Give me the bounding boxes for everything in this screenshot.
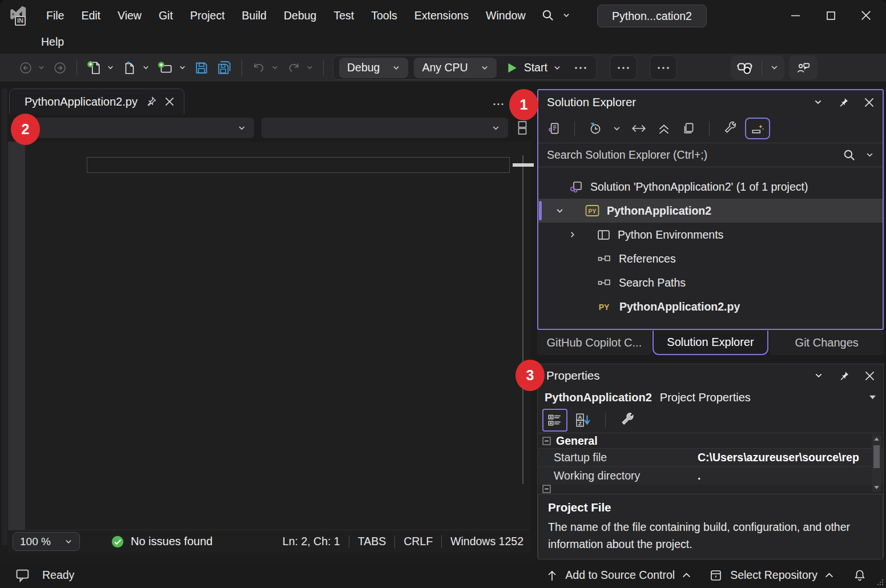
add-to-source-control-button[interactable]: Add to Source Control — [546, 569, 691, 582]
select-repository-button[interactable]: Select Repository — [709, 569, 833, 582]
tree-item-references[interactable]: References — [538, 247, 883, 271]
show-all-files-icon[interactable] — [679, 119, 698, 138]
tab-git-changes[interactable]: Git Changes — [770, 331, 884, 355]
menu-git[interactable]: Git — [150, 9, 182, 22]
zoom-dropdown[interactable]: 100 % — [13, 532, 80, 551]
pin-icon[interactable] — [838, 97, 849, 108]
undo-button[interactable] — [248, 61, 283, 75]
preview-selected-items-icon[interactable] — [745, 118, 770, 139]
collapse-box-icon[interactable] — [542, 437, 551, 445]
property-value[interactable]: C:\Users\azureuser\source\rep — [698, 451, 866, 464]
code-editor[interactable] — [8, 142, 530, 530]
split-window-button[interactable] — [516, 120, 529, 135]
solution-configuration-dropdown[interactable]: Debug — [339, 58, 408, 78]
window-title[interactable]: Python...cation2 — [597, 5, 707, 27]
category-row-general[interactable]: General — [538, 433, 883, 448]
editor-scrollbar-thumb[interactable] — [513, 163, 534, 167]
line-ending-indicator[interactable]: CRLF — [404, 535, 433, 548]
pin-icon[interactable] — [146, 96, 156, 107]
navigate-back-button[interactable] — [15, 61, 49, 75]
close-button[interactable] — [848, 0, 884, 31]
chevron-down-icon[interactable] — [813, 98, 823, 107]
properties-wrench-icon[interactable] — [720, 119, 740, 138]
property-row-startup-file[interactable]: Startup file C:\Users\azureuser\source\r… — [538, 448, 883, 466]
switch-views-icon[interactable] — [544, 119, 563, 138]
properties-scrollbar[interactable] — [872, 435, 881, 492]
redo-button[interactable] — [283, 61, 317, 75]
encoding-indicator[interactable]: Windows 1252 — [450, 535, 523, 548]
open-file-button[interactable] — [118, 61, 154, 75]
save-button[interactable] — [190, 61, 213, 75]
start-debugging-button[interactable]: Start — [502, 61, 565, 74]
property-row-working-directory[interactable]: Working directory . — [538, 466, 883, 485]
chevron-down-icon[interactable] — [814, 371, 823, 380]
menu-tools[interactable]: Tools — [363, 9, 406, 22]
collapse-all-icon[interactable] — [654, 119, 674, 138]
pin-icon[interactable] — [839, 370, 849, 381]
issues-indicator[interactable]: No issues found — [111, 535, 212, 549]
menu-extensions[interactable]: Extensions — [406, 9, 477, 22]
tab-overflow-button[interactable] — [493, 102, 504, 106]
tree-item-python-environments[interactable]: Python Environments — [538, 223, 883, 247]
menu-window[interactable]: Window — [477, 9, 534, 22]
solution-explorer-search[interactable]: Search Solution Explorer (Ctrl+;) — [538, 143, 883, 167]
run-overflow-button[interactable] — [570, 66, 591, 70]
chevron-down-icon[interactable] — [554, 207, 565, 215]
indent-indicator[interactable]: TABS — [358, 535, 386, 548]
line-column-indicator[interactable]: Ln: 2, Ch: 1 — [283, 535, 340, 548]
close-icon[interactable] — [165, 97, 174, 106]
tab-github-copilot[interactable]: GitHub Copilot C... — [537, 331, 651, 355]
tab-solution-explorer[interactable]: Solution Explorer — [653, 331, 769, 355]
menu-file[interactable]: File — [38, 9, 73, 22]
categorized-icon[interactable] — [542, 409, 567, 432]
scroll-up-icon[interactable] — [873, 435, 880, 443]
copilot-icon[interactable] — [736, 60, 754, 76]
menu-view[interactable]: View — [109, 9, 150, 22]
chevron-right-icon[interactable] — [567, 231, 578, 239]
toolbar-overflow-button-1[interactable] — [610, 55, 637, 80]
property-pages-wrench-icon[interactable] — [617, 410, 638, 430]
solution-platform-dropdown[interactable]: Any CPU — [414, 58, 496, 78]
properties-header[interactable]: Properties — [538, 364, 883, 387]
resize-grip[interactable] — [875, 577, 884, 586]
menu-build[interactable]: Build — [233, 9, 275, 22]
scrollbar-thumb[interactable] — [873, 445, 880, 468]
navigate-forward-button[interactable] — [49, 61, 71, 75]
save-all-button[interactable] — [213, 61, 236, 75]
menu-test[interactable]: Test — [325, 9, 363, 22]
close-icon[interactable] — [864, 98, 874, 107]
tree-item-solution[interactable]: Solution 'PythonApplication2' (1 of 1 pr… — [538, 175, 883, 199]
sync-with-active-document-icon[interactable] — [629, 119, 649, 138]
alphabetical-sort-icon[interactable]: AZ — [573, 410, 594, 430]
feedback-bubble-icon[interactable] — [15, 567, 31, 583]
toolbar-overflow-button-2[interactable] — [650, 55, 677, 80]
titlebar-search-button[interactable] — [542, 9, 570, 22]
menu-help[interactable]: Help — [33, 35, 73, 49]
minimize-button[interactable] — [778, 0, 813, 31]
pending-changes-filter-icon[interactable] — [586, 119, 605, 138]
tree-item-search-paths[interactable]: Search Paths — [538, 271, 883, 295]
navbar-member-dropdown[interactable] — [261, 118, 508, 138]
editor-scrollbar[interactable] — [522, 155, 523, 484]
menu-edit[interactable]: Edit — [73, 9, 109, 22]
solution-explorer-header[interactable]: Solution Explorer — [538, 90, 883, 114]
close-icon[interactable] — [865, 371, 875, 381]
menu-project[interactable]: Project — [182, 9, 233, 22]
send-feedback-button[interactable] — [789, 55, 817, 80]
search-icon[interactable] — [843, 149, 856, 162]
chevron-down-icon[interactable] — [865, 151, 874, 159]
tree-item-project[interactable]: PY PythonApplication2 — [538, 199, 883, 223]
add-item-button[interactable] — [154, 61, 190, 75]
copilot-chevron-button[interactable] — [770, 63, 779, 72]
navbar-type-dropdown[interactable] — [13, 118, 254, 138]
chevron-down-icon[interactable] — [610, 122, 623, 135]
scroll-down-icon[interactable] — [873, 484, 880, 492]
notifications-bell-icon[interactable] — [853, 569, 867, 582]
new-file-button[interactable] — [83, 61, 118, 75]
maximize-button[interactable] — [813, 0, 848, 31]
properties-object-dropdown[interactable]: PythonApplication2 Project Properties — [538, 387, 883, 408]
property-value[interactable]: . — [698, 469, 866, 482]
tree-item-python-file[interactable]: PY PythonApplication2.py — [538, 295, 883, 319]
editor-tab[interactable]: PythonApplication2.py — [9, 88, 184, 114]
menu-debug[interactable]: Debug — [275, 9, 325, 22]
